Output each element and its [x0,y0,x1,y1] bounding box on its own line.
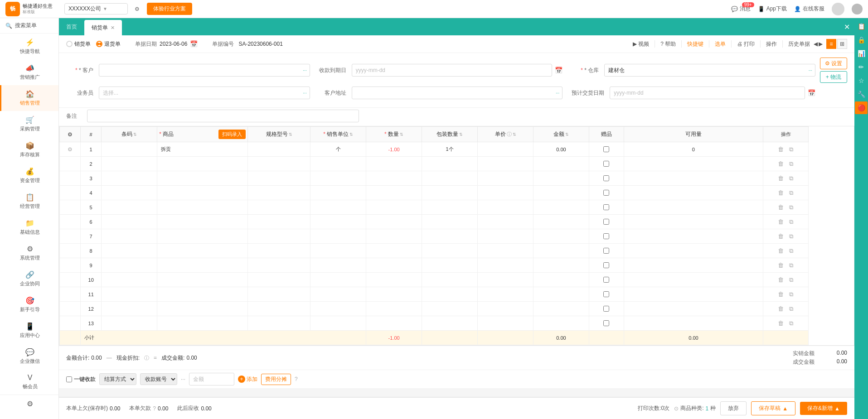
cell-gift-4[interactable] [589,200,624,215]
help-btn[interactable]: ? 帮助 [660,40,676,48]
delivery-date-input[interactable]: yyyy-mm-dd [610,87,805,99]
delete-icon[interactable]: 🗑 [776,144,785,154]
cell-unit-4[interactable] [310,200,366,215]
cell-spec-0[interactable] [247,142,310,157]
cell-pkg-12[interactable] [422,316,478,331]
cell-amount-12[interactable] [533,316,589,331]
copy-icon[interactable]: ⧉ [786,159,795,169]
sidebar-item-10[interactable]: 🎯 新手引导 [0,292,58,318]
cell-gift-3[interactable] [589,186,624,200]
cell-amount-10[interactable] [533,287,589,302]
cell-spec-2[interactable] [247,171,310,186]
avatar[interactable] [832,3,844,15]
cell-barcode-5[interactable] [102,215,157,229]
cell-amount-6[interactable] [533,229,589,244]
gift-checkbox-7[interactable] [603,248,609,254]
cell-product-3[interactable] [157,186,248,200]
cell-qty-12[interactable] [366,316,422,331]
copy-icon[interactable]: ⧉ [786,145,795,154]
cell-unit-3[interactable] [310,186,366,200]
cell-barcode-9[interactable] [102,273,157,287]
copy-icon[interactable]: ⧉ [786,319,795,328]
sidebar-search[interactable]: 🔍 搜索菜单 [0,18,58,34]
cell-unit-5[interactable] [310,215,366,229]
shortcut-btn[interactable]: 快捷键 [687,40,703,48]
cell-qty-2[interactable] [366,171,422,186]
sidebar-item-3[interactable]: 🛒 采购管理 [0,111,58,137]
cell-amount-8[interactable] [533,258,589,273]
cell-pkg-6[interactable] [422,229,478,244]
video-help-btn[interactable]: ▶ 视频 [633,40,649,48]
settings-btn[interactable]: ⚙ 设置 [820,58,847,69]
delete-icon[interactable]: 🗑 [776,188,785,197]
cell-pkg-5[interactable] [422,215,478,229]
amount-input[interactable]: 金额 [189,373,234,385]
copy-icon[interactable]: ⧉ [786,246,795,255]
grid-view-icon[interactable]: ⊞ [837,39,847,49]
copy-icon[interactable]: ⧉ [786,203,795,212]
cell-price-3[interactable] [478,186,533,200]
expense-split-btn[interactable]: 费用分摊 [261,374,291,385]
sidebar-item-2[interactable]: 🏠 销售管理 [0,85,58,111]
delete-icon[interactable]: 🗑 [776,318,785,327]
cell-barcode-7[interactable] [102,244,157,258]
copy-icon[interactable]: ⧉ [786,290,795,299]
sort-spec-icon[interactable]: ⇅ [289,132,292,137]
settlement-method-select[interactable]: 结算方式 [99,373,136,385]
cell-price-11[interactable] [478,302,533,316]
gift-checkbox-8[interactable] [603,262,609,268]
cell-gift-10[interactable] [589,287,624,302]
cell-barcode-4[interactable] [102,200,157,215]
cell-price-1[interactable] [478,157,533,171]
tab-home[interactable]: 首页 [59,18,84,35]
cell-qty-8[interactable] [366,258,422,273]
sort-unit-icon[interactable]: ⇅ [349,132,353,137]
gift-checkbox-12[interactable] [603,320,609,326]
cell-qty-7[interactable] [366,244,422,258]
cell-product-10[interactable] [157,287,248,302]
cell-price-8[interactable] [478,258,533,273]
cell-gift-6[interactable] [589,229,624,244]
receipt-calendar-icon[interactable]: 📅 [555,67,563,74]
cell-spec-7[interactable] [247,244,310,258]
expense-help-icon[interactable]: ? [295,376,298,382]
cell-unit-2[interactable] [310,171,366,186]
table-gear-icon[interactable]: ⚙ [68,131,73,138]
cell-spec-8[interactable] [247,258,310,273]
gift-checkbox-9[interactable] [603,277,609,283]
rs-alert-btn[interactable]: 🔴 [855,101,868,114]
tab-close-all[interactable]: ✕ [844,23,854,31]
cell-product-4[interactable] [157,200,248,215]
cell-spec-10[interactable] [247,287,310,302]
cell-qty-1[interactable] [366,157,422,171]
cell-unit-8[interactable] [310,258,366,273]
cell-qty-10[interactable] [366,287,422,302]
history-btn[interactable]: 历史单据 [788,40,810,48]
cell-pkg-11[interactable] [422,302,478,316]
rs-edit-btn[interactable]: ✏ [855,61,868,73]
cell-amount-5[interactable] [533,215,589,229]
cell-gift-2[interactable] [589,171,624,186]
cell-product-1[interactable] [157,157,248,171]
cell-qty-9[interactable] [366,273,422,287]
cell-pkg-8[interactable] [422,258,478,273]
cell-qty-11[interactable] [366,302,422,316]
sort-price-icon[interactable]: ⇅ [513,132,516,137]
receipt-date-input[interactable]: yyyy-mm-dd [352,64,553,77]
rs-star-btn[interactable]: ☆ [855,74,868,87]
cell-barcode-11[interactable] [102,302,157,316]
delete-icon[interactable]: 🗑 [776,246,785,255]
tab-close-icon[interactable]: ✕ [111,25,115,31]
cell-pkg-3[interactable] [422,186,478,200]
cell-pkg-2[interactable] [422,171,478,186]
delete-icon[interactable]: 🗑 [776,173,785,183]
list-view-icon[interactable]: ≡ [826,39,836,49]
cell-spec-12[interactable] [247,316,310,331]
cell-pkg-9[interactable] [422,273,478,287]
cell-gift-1[interactable] [589,157,624,171]
rs-tool-btn[interactable]: 🔧 [855,88,868,101]
cell-spec-6[interactable] [247,229,310,244]
gift-checkbox-6[interactable] [603,233,609,239]
delete-icon[interactable]: 🗑 [776,159,785,168]
remarks-input[interactable] [87,110,359,122]
